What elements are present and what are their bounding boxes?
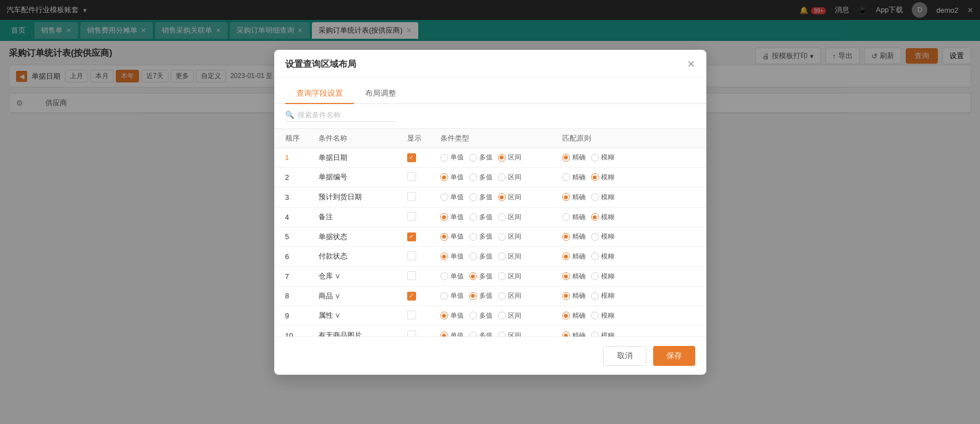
table-row: 9属性 ∨单值多值区间精确模糊: [274, 306, 706, 326]
match-option-9-0[interactable]: 精确: [562, 331, 586, 337]
match-option-4-0[interactable]: 精确: [562, 232, 586, 241]
match-option-8-1[interactable]: 模糊: [591, 311, 614, 320]
checkbox-8[interactable]: [407, 311, 416, 319]
type-option-0-1[interactable]: 多值: [469, 153, 492, 162]
modal-overlay[interactable]: 设置查询区域布局 ✕ 查询字段设置 布局调整 🔍 顺序 条件名称 显示 条件类型…: [0, 0, 980, 424]
modal-tab-layout[interactable]: 布局调整: [354, 84, 407, 104]
checkbox-5[interactable]: [407, 251, 416, 260]
match-option-7-0[interactable]: 精确: [562, 291, 586, 301]
type-option-3-1[interactable]: 多值: [469, 213, 492, 222]
row-name-4: 单据状态: [319, 232, 407, 242]
match-option-1-1[interactable]: 模糊: [591, 173, 614, 182]
type-option-8-1[interactable]: 多值: [469, 311, 492, 320]
match-option-2-0[interactable]: 精确: [562, 193, 586, 202]
match-option-7-1[interactable]: 模糊: [591, 291, 614, 301]
type-option-9-2[interactable]: 区间: [498, 331, 521, 337]
modal-close-button[interactable]: ✕: [687, 59, 695, 69]
type-option-7-2[interactable]: 区间: [498, 291, 521, 301]
type-option-7-1[interactable]: 多值: [469, 291, 492, 301]
match-option-3-0[interactable]: 精确: [562, 213, 586, 222]
row-match-9: 精确模糊: [562, 331, 673, 337]
table-row: 10有无商品图片单值多值区间精确模糊: [274, 326, 706, 337]
row-checkbox-7[interactable]: ✓: [407, 291, 440, 301]
type-option-4-0[interactable]: 单值: [440, 232, 464, 241]
type-option-2-2[interactable]: 区间: [498, 193, 521, 202]
match-option-2-1[interactable]: 模糊: [591, 193, 614, 202]
row-match-7: 精确模糊: [562, 291, 673, 301]
type-option-6-2[interactable]: 区间: [498, 272, 521, 281]
match-option-8-0[interactable]: 精确: [562, 311, 586, 320]
type-option-5-0[interactable]: 单值: [440, 252, 464, 261]
row-checkbox-1[interactable]: [407, 172, 440, 183]
type-option-9-0[interactable]: 单值: [440, 331, 464, 337]
checkbox-2[interactable]: [407, 192, 416, 201]
row-checkbox-9[interactable]: [407, 330, 440, 337]
checkbox-7[interactable]: ✓: [407, 292, 416, 301]
row-type-5: 单值多值区间: [440, 252, 562, 261]
checkbox-9[interactable]: [407, 330, 416, 337]
radio-circle-type-4-2: [498, 233, 506, 241]
checkbox-4[interactable]: ✓: [407, 232, 416, 241]
modal-table-header: 顺序 条件名称 显示 条件类型 匹配原则: [274, 128, 706, 148]
type-option-4-1[interactable]: 多值: [469, 232, 492, 241]
radio-circle-match-8-1: [591, 312, 599, 319]
match-option-1-0[interactable]: 精确: [562, 173, 586, 182]
row-match-0: 精确模糊: [562, 153, 673, 162]
type-option-5-1[interactable]: 多值: [469, 252, 492, 261]
row-match-6: 精确模糊: [562, 272, 673, 281]
match-option-4-1[interactable]: 模糊: [591, 232, 614, 241]
type-option-4-2[interactable]: 区间: [498, 232, 521, 241]
checkbox-0[interactable]: ✓: [407, 153, 416, 162]
type-option-3-0[interactable]: 单值: [440, 213, 464, 222]
row-match-1: 精确模糊: [562, 173, 673, 182]
type-option-1-2[interactable]: 区间: [498, 173, 521, 182]
match-option-3-1[interactable]: 模糊: [591, 213, 614, 222]
type-option-9-1[interactable]: 多值: [469, 331, 492, 337]
row-checkbox-2[interactable]: [407, 192, 440, 203]
type-option-7-0[interactable]: 单值: [440, 291, 464, 301]
row-order-2: 3: [285, 193, 319, 201]
checkbox-3[interactable]: [407, 212, 416, 221]
checkbox-1[interactable]: [407, 172, 416, 181]
row-checkbox-3[interactable]: [407, 212, 440, 223]
type-option-2-1[interactable]: 多值: [469, 193, 492, 202]
row-checkbox-4[interactable]: ✓: [407, 232, 440, 241]
type-option-2-0[interactable]: 单值: [440, 193, 464, 202]
radio-circle-type-5-0: [440, 252, 448, 260]
type-option-5-2[interactable]: 区间: [498, 252, 521, 261]
type-option-1-1[interactable]: 多值: [469, 173, 492, 182]
row-checkbox-0[interactable]: ✓: [407, 153, 440, 162]
checkbox-6[interactable]: [407, 271, 416, 280]
match-option-9-1[interactable]: 模糊: [591, 331, 614, 337]
row-order-6: 7: [285, 272, 319, 281]
type-option-8-2[interactable]: 区间: [498, 311, 521, 320]
match-option-5-1[interactable]: 模糊: [591, 252, 614, 261]
radio-circle-type-9-0: [440, 332, 448, 337]
match-option-0-0[interactable]: 精确: [562, 153, 586, 162]
modal-table-body: 1单据日期✓单值多值区间精确模糊2单据编号单值多值区间精确模糊3预计到货日期单值…: [274, 148, 706, 337]
search-input[interactable]: [297, 111, 392, 119]
type-option-0-0[interactable]: 单值: [440, 153, 464, 162]
match-option-0-1[interactable]: 模糊: [591, 153, 614, 162]
row-checkbox-8[interactable]: [407, 311, 440, 321]
row-checkbox-5[interactable]: [407, 251, 440, 262]
match-option-5-0[interactable]: 精确: [562, 252, 586, 261]
modal-tabs: 查询字段设置 布局调整: [274, 77, 706, 104]
row-order-1: 2: [285, 173, 319, 182]
type-option-6-1[interactable]: 多值: [469, 272, 492, 281]
modal-tab-query-fields[interactable]: 查询字段设置: [285, 84, 354, 104]
row-name-1: 单据编号: [319, 172, 407, 182]
row-order-0: 1: [285, 153, 319, 162]
match-option-6-0[interactable]: 精确: [562, 272, 586, 281]
cancel-button[interactable]: 取消: [603, 346, 647, 366]
row-checkbox-6[interactable]: [407, 271, 440, 282]
type-option-8-0[interactable]: 单值: [440, 311, 464, 320]
save-button[interactable]: 保存: [653, 346, 695, 366]
modal-search-area: 🔍: [274, 104, 706, 128]
type-option-1-0[interactable]: 单值: [440, 173, 464, 182]
radio-circle-match-8-0: [562, 312, 570, 319]
type-option-6-0[interactable]: 单值: [440, 272, 464, 281]
type-option-3-2[interactable]: 区间: [498, 213, 521, 222]
match-option-6-1[interactable]: 模糊: [591, 272, 614, 281]
type-option-0-2[interactable]: 区间: [498, 153, 521, 162]
